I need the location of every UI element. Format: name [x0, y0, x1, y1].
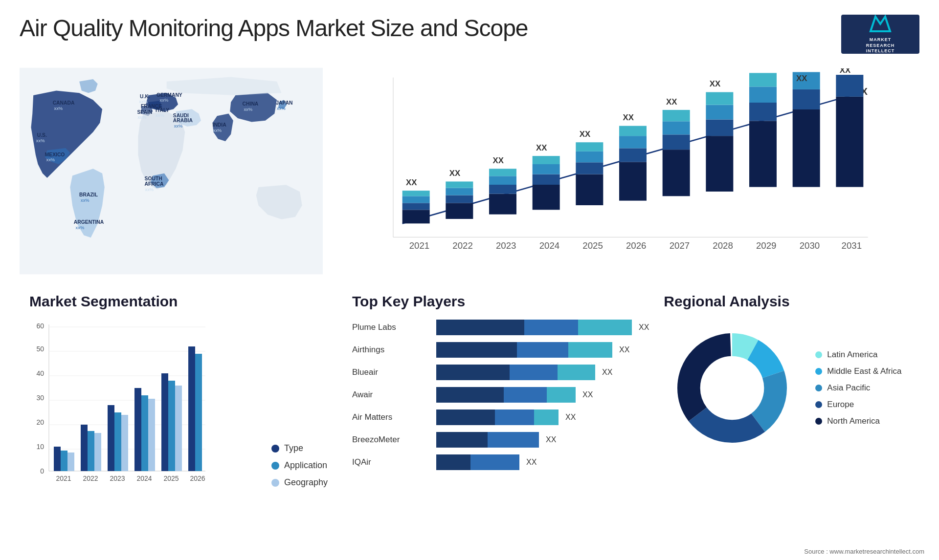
- dot-latin-america: [815, 351, 822, 358]
- svg-rect-77: [663, 121, 690, 134]
- legend-asia-pacific: Asia Pacific: [815, 383, 901, 393]
- seg-content: 0 10 20 30 40 50 60: [29, 320, 328, 507]
- seg-chart: 0 10 20 30 40 50 60: [29, 320, 262, 507]
- svg-text:U.K.: U.K.: [140, 94, 150, 99]
- svg-text:XX: XX: [710, 79, 721, 88]
- svg-text:xx%: xx%: [139, 99, 148, 104]
- svg-text:XX: XX: [492, 156, 504, 165]
- svg-text:2025: 2025: [582, 240, 603, 251]
- segmentation-section: Market Segmentation 0 10 20 30 40 50 60: [10, 283, 333, 538]
- legend-dot-application: [271, 462, 279, 470]
- svg-rect-45: [446, 203, 473, 219]
- svg-text:30: 30: [36, 394, 44, 402]
- legend-latin-america: Latin America: [815, 350, 901, 360]
- player-row-airthings: Airthings XX: [352, 342, 649, 358]
- svg-text:xx%: xx%: [174, 123, 183, 129]
- source-text: Source : www.marketresearchintellect.com: [804, 548, 924, 555]
- svg-text:CHINA: CHINA: [243, 101, 259, 107]
- svg-rect-84: [706, 92, 733, 105]
- svg-text:SOUTH: SOUTH: [145, 176, 162, 181]
- svg-rect-118: [61, 451, 67, 471]
- regional-legend: Latin America Middle East & Africa Asia …: [815, 350, 901, 426]
- dot-north-america: [815, 418, 822, 425]
- main-grid: CANADA xx% U.S. xx% MEXICO xx% BRAZIL xx…: [0, 59, 939, 538]
- svg-rect-87: [749, 121, 777, 187]
- svg-text:JAPAN: JAPAN: [276, 100, 292, 106]
- svg-text:xx%: xx%: [145, 187, 154, 192]
- svg-text:MEXICO: MEXICO: [45, 152, 65, 157]
- logo-box: MARKET RESEARCH INTELLECT: [841, 15, 919, 54]
- growth-chart-svg: XX XX 2021 XX 2022 XX 2023: [342, 68, 910, 274]
- dot-europe: [815, 401, 822, 408]
- svg-text:SPAIN: SPAIN: [137, 109, 152, 115]
- svg-rect-90: [749, 73, 777, 86]
- svg-rect-120: [81, 425, 88, 471]
- svg-rect-46: [446, 195, 473, 203]
- svg-rect-54: [489, 169, 516, 176]
- svg-text:AFRICA: AFRICA: [145, 181, 164, 187]
- regional-section: Regional Analysis: [659, 283, 929, 538]
- svg-rect-117: [54, 447, 61, 471]
- player-row-breezometer: BreezoMeter XX: [352, 432, 649, 448]
- svg-rect-129: [161, 373, 168, 471]
- player-bar-airthings: XX: [436, 342, 649, 358]
- dot-asia-pacific: [815, 385, 822, 391]
- svg-text:xx%: xx%: [160, 97, 169, 103]
- legend-dot-type: [271, 445, 279, 452]
- svg-text:50: 50: [36, 345, 44, 353]
- player-row-airmatters: Air Matters XX: [352, 409, 649, 425]
- legend-item-geography: Geography: [271, 477, 328, 488]
- donut-area: Latin America Middle East & Africa Asia …: [664, 320, 915, 456]
- svg-text:xx%: xx%: [156, 112, 164, 118]
- svg-text:XX: XX: [406, 178, 417, 187]
- svg-text:BRAZIL: BRAZIL: [79, 192, 98, 197]
- svg-text:xx%: xx%: [81, 197, 89, 203]
- players-title: Top Key Players: [352, 293, 649, 310]
- svg-rect-128: [148, 399, 155, 471]
- svg-marker-0: [871, 17, 890, 31]
- svg-text:xx%: xx%: [244, 107, 252, 112]
- svg-rect-133: [195, 354, 202, 471]
- svg-text:XX: XX: [753, 68, 764, 70]
- svg-text:U.S.: U.S.: [37, 132, 47, 138]
- logo-symbol: [868, 14, 893, 37]
- svg-text:2024: 2024: [136, 474, 152, 482]
- svg-rect-39: [402, 210, 430, 223]
- svg-text:INDIA: INDIA: [213, 122, 227, 128]
- svg-rect-125: [121, 415, 128, 471]
- svg-text:60: 60: [36, 322, 44, 330]
- svg-text:2023: 2023: [496, 240, 516, 251]
- segmentation-title: Market Segmentation: [29, 293, 328, 310]
- svg-rect-82: [706, 120, 733, 136]
- svg-rect-47: [446, 188, 473, 195]
- seg-legend: Type Application Geography: [271, 443, 328, 507]
- page-header: Air Quality Monitoring Apps Market Size …: [0, 0, 939, 59]
- svg-text:xx%: xx%: [54, 106, 63, 111]
- svg-rect-42: [402, 191, 430, 196]
- svg-rect-66: [576, 142, 603, 151]
- svg-rect-126: [134, 388, 141, 471]
- svg-rect-69: [619, 162, 647, 200]
- svg-rect-72: [619, 126, 647, 136]
- bar-chart-section: XX XX 2021 XX 2022 XX 2023: [333, 59, 929, 283]
- svg-text:XX: XX: [449, 169, 461, 178]
- svg-text:ARABIA: ARABIA: [173, 118, 193, 123]
- svg-rect-119: [67, 452, 74, 471]
- svg-rect-94: [793, 89, 820, 109]
- svg-text:ITALY: ITALY: [156, 108, 169, 113]
- svg-rect-124: [114, 412, 121, 471]
- svg-text:2030: 2030: [800, 240, 820, 251]
- player-bar-iqair: XX: [436, 454, 649, 470]
- svg-text:20: 20: [36, 418, 44, 426]
- svg-text:2025: 2025: [163, 474, 179, 482]
- svg-rect-53: [489, 176, 516, 185]
- svg-point-145: [701, 357, 763, 419]
- svg-rect-52: [489, 185, 516, 194]
- svg-text:2021: 2021: [409, 240, 430, 251]
- svg-text:CANADA: CANADA: [53, 100, 75, 106]
- svg-rect-65: [576, 151, 603, 162]
- regional-title: Regional Analysis: [664, 293, 915, 310]
- player-bar-breezometer: XX: [436, 432, 649, 448]
- world-map-svg: CANADA xx% U.S. xx% MEXICO xx% BRAZIL xx…: [20, 64, 323, 279]
- dot-mea: [815, 368, 822, 375]
